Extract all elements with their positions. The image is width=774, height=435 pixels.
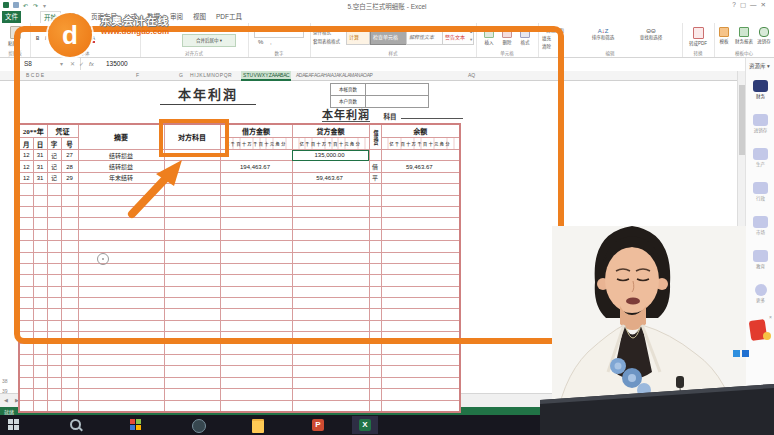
empty-cell[interactable] [369,389,381,400]
app-icon-colorful[interactable] [130,419,142,431]
to-pdf-button[interactable]: 转成PDF [684,27,712,46]
empty-cell[interactable] [78,355,164,366]
pane-item-production[interactable]: 生产 [746,148,774,167]
empty-cell[interactable] [33,377,47,388]
empty-cell[interactable] [369,377,381,388]
find-select-button[interactable]: ΘΘ查找和选择 [630,28,672,40]
window-controls[interactable]: ?▢—✕ [732,1,770,9]
browser-icon[interactable] [192,419,206,433]
empty-cell[interactable] [47,389,61,400]
start-button[interactable] [8,419,20,431]
empty-cell[interactable] [33,389,47,400]
empty-cell[interactable] [292,400,369,412]
empty-cell[interactable] [369,400,381,412]
empty-cell[interactable] [19,389,33,400]
highlight-frame [14,26,564,344]
tab-view[interactable]: 视图 [190,11,209,23]
empty-cell[interactable] [61,389,78,400]
empty-cell[interactable] [61,377,78,388]
redo-icon[interactable]: ↷ [33,2,38,9]
tab-review[interactable]: 审阅 [167,11,186,23]
powerpoint-icon[interactable]: P [312,419,324,431]
empty-cell[interactable] [381,366,460,377]
tab-pdf-tools[interactable]: PDF工具 [213,11,245,23]
empty-cell[interactable] [19,343,33,354]
empty-cell[interactable] [78,343,164,354]
empty-cell[interactable] [220,355,292,366]
empty-cell[interactable] [78,389,164,400]
empty-cell[interactable] [292,343,369,354]
row-header-38[interactable]: 38 [2,378,8,384]
empty-cell[interactable] [47,355,61,366]
inventory-button[interactable]: 进销存 [755,27,773,44]
ledger-empty-row [19,400,460,412]
empty-cell[interactable] [19,366,33,377]
empty-cell[interactable] [164,400,220,412]
empty-cell[interactable] [369,343,381,354]
empty-cell[interactable] [61,366,78,377]
empty-cell[interactable] [78,377,164,388]
excel-taskbar-icon[interactable]: X [359,419,371,431]
empty-cell[interactable] [61,400,78,412]
search-icon[interactable] [70,419,81,430]
empty-cell[interactable] [47,366,61,377]
empty-cell[interactable] [47,400,61,412]
empty-cell[interactable] [61,343,78,354]
empty-cell[interactable] [292,355,369,366]
minimize-icon[interactable]: — [750,1,761,8]
empty-cell[interactable] [164,389,220,400]
sheet-prev-icon[interactable]: ◀ [4,397,8,403]
mouth [626,297,640,304]
empty-cell[interactable] [220,377,292,388]
save-icon[interactable] [13,2,19,9]
empty-cell[interactable] [381,400,460,412]
empty-cell[interactable] [33,400,47,412]
empty-cell[interactable] [164,377,220,388]
empty-cell[interactable] [292,366,369,377]
tab-file[interactable]: 文件 [2,11,21,23]
empty-cell[interactable] [369,355,381,366]
empty-cell[interactable] [369,366,381,377]
logo-letter: d [62,20,78,50]
help-icon[interactable]: ? [732,1,740,8]
empty-cell[interactable] [381,355,460,366]
undo-icon[interactable]: ↶ [23,2,28,9]
template-button[interactable]: 模板 [715,27,733,44]
empty-cell[interactable] [19,355,33,366]
empty-cell[interactable] [33,343,47,354]
maximize-icon[interactable]: ▢ [740,1,750,8]
empty-cell[interactable] [220,389,292,400]
pane-item-finance[interactable]: 财务 [746,80,774,99]
qat-dropdown-icon[interactable]: ▾ [43,2,46,9]
empty-cell[interactable] [381,389,460,400]
pane-item-inventory[interactable]: 进销存 [746,114,774,133]
empty-cell[interactable] [19,377,33,388]
pane-header: 资源库 ▾ [749,62,770,70]
empty-cell[interactable] [292,389,369,400]
file-explorer-icon[interactable] [252,419,264,433]
empty-cell[interactable] [381,377,460,388]
empty-cell[interactable] [78,400,164,412]
empty-cell[interactable] [47,377,61,388]
empty-cell[interactable] [220,400,292,412]
empty-cell[interactable] [61,355,78,366]
finance-report-button[interactable]: 财务报表 [734,27,754,44]
empty-cell[interactable] [220,343,292,354]
sort-filter-button[interactable]: A↓Z排序和筛选 [582,28,624,40]
empty-cell[interactable] [33,355,47,366]
inventory-icon [753,114,768,126]
empty-cell[interactable] [292,377,369,388]
pane-item-admin[interactable]: 行政 [746,182,774,201]
dongao-logo-icon: d [48,13,92,57]
empty-cell[interactable] [47,343,61,354]
empty-cell[interactable] [164,355,220,366]
admin-icon [753,182,768,194]
empty-cell[interactable] [381,343,460,354]
empty-cell[interactable] [33,366,47,377]
empty-cell[interactable] [164,366,220,377]
empty-cell[interactable] [220,366,292,377]
empty-cell[interactable] [164,343,220,354]
close-icon[interactable]: ✕ [761,1,770,8]
empty-cell[interactable] [19,400,33,412]
empty-cell[interactable] [78,366,164,377]
